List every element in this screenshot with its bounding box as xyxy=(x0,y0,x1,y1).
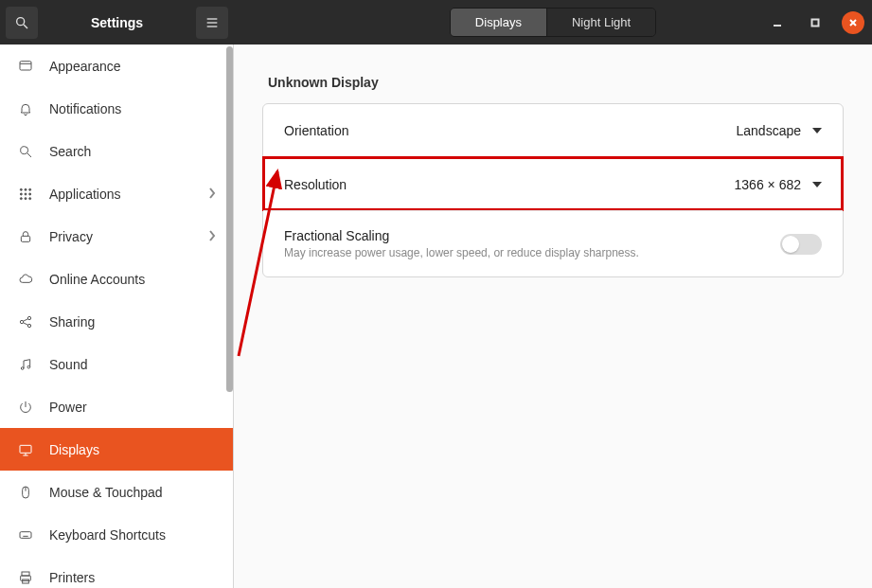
close-button[interactable] xyxy=(842,11,864,34)
resolution-value[interactable]: 1366 × 682 xyxy=(735,177,822,192)
header-bar: Settings Displays Night Light xyxy=(0,0,872,45)
minimize-button[interactable] xyxy=(766,11,789,34)
orientation-value[interactable]: Landscape xyxy=(736,123,822,138)
sidebar-scroll[interactable]: Appearance Notifications Search Applicat… xyxy=(0,45,233,588)
sidebar-item-displays[interactable]: Displays xyxy=(0,428,233,471)
scrollbar-thumb[interactable] xyxy=(226,46,233,392)
tab-displays[interactable]: Displays xyxy=(451,9,546,36)
sidebar-item-label: Power xyxy=(49,400,87,415)
svg-rect-40 xyxy=(22,572,29,576)
display-icon xyxy=(17,441,34,458)
svg-point-14 xyxy=(29,188,31,190)
sidebar-item-label: Applications xyxy=(49,187,121,202)
chevron-right-icon xyxy=(208,187,216,202)
svg-line-25 xyxy=(23,318,27,321)
lock-icon xyxy=(17,228,34,245)
sidebar: Appearance Notifications Search Applicat… xyxy=(0,45,234,588)
display-section-title: Unknown Display xyxy=(268,75,844,90)
fractional-sub: May increase power usage, lower speed, o… xyxy=(284,246,639,259)
sidebar-item-online-accounts[interactable]: Online Accounts xyxy=(0,258,233,300)
header-left: Settings xyxy=(0,0,234,45)
resolution-label: Resolution xyxy=(284,177,347,192)
sidebar-item-applications[interactable]: Applications xyxy=(0,172,233,215)
view-tabs: Displays Night Light xyxy=(450,8,656,37)
sidebar-item-sharing[interactable]: Sharing xyxy=(0,300,233,343)
bell-icon xyxy=(17,100,34,117)
power-icon xyxy=(17,399,34,416)
sidebar-item-label: Mouse & Touchpad xyxy=(49,485,163,500)
display-settings-panel: Orientation Landscape Resolution 1366 × … xyxy=(262,103,844,277)
svg-point-23 xyxy=(27,316,30,319)
sidebar-item-keyboard-shortcuts[interactable]: Keyboard Shortcuts xyxy=(0,513,233,556)
fractional-scaling-row: Fractional Scaling May increase power us… xyxy=(263,210,843,276)
svg-line-11 xyxy=(27,153,31,157)
sidebar-item-appearance[interactable]: Appearance xyxy=(0,45,233,87)
fractional-scaling-switch[interactable] xyxy=(780,234,822,255)
svg-line-1 xyxy=(24,25,27,28)
sidebar-item-label: Appearance xyxy=(49,59,121,74)
svg-marker-43 xyxy=(812,128,822,134)
orientation-row[interactable]: Orientation Landscape xyxy=(263,104,843,157)
body: Appearance Notifications Search Applicat… xyxy=(0,45,872,588)
apps-icon xyxy=(17,186,34,203)
search-icon xyxy=(17,143,34,160)
svg-point-20 xyxy=(29,197,31,199)
chevron-right-icon xyxy=(208,229,216,244)
svg-point-18 xyxy=(20,197,22,199)
printer-icon xyxy=(17,569,34,586)
svg-point-0 xyxy=(17,17,25,25)
tab-night-light[interactable]: Night Light xyxy=(546,9,655,36)
svg-rect-21 xyxy=(21,236,29,241)
search-button[interactable] xyxy=(6,7,38,39)
chevron-down-icon xyxy=(812,128,822,134)
keyboard-icon xyxy=(17,526,34,543)
sidebar-item-label: Keyboard Shortcuts xyxy=(49,527,166,543)
svg-point-27 xyxy=(21,366,24,369)
music-icon xyxy=(17,356,34,373)
sidebar-item-privacy[interactable]: Privacy xyxy=(0,215,233,258)
maximize-icon xyxy=(810,18,820,27)
svg-point-28 xyxy=(27,365,30,368)
header-right: Displays Night Light xyxy=(234,0,872,45)
maximize-button[interactable] xyxy=(804,11,827,34)
svg-rect-34 xyxy=(20,531,31,538)
sidebar-item-label: Printers xyxy=(49,570,95,585)
orientation-label: Orientation xyxy=(284,123,348,138)
sidebar-item-notifications[interactable]: Notifications xyxy=(0,87,233,130)
app-title: Settings xyxy=(44,15,190,30)
cloud-icon xyxy=(17,271,34,288)
sidebar-item-printers[interactable]: Printers xyxy=(0,556,233,588)
svg-rect-42 xyxy=(23,579,29,583)
svg-rect-6 xyxy=(812,19,819,26)
svg-point-16 xyxy=(25,193,27,195)
svg-point-15 xyxy=(20,193,22,195)
sidebar-item-sound[interactable]: Sound xyxy=(0,343,233,385)
svg-line-26 xyxy=(23,322,27,325)
svg-point-17 xyxy=(29,193,31,195)
window-controls xyxy=(766,11,864,34)
sidebar-item-power[interactable]: Power xyxy=(0,385,233,428)
sidebar-item-label: Sharing xyxy=(49,314,95,330)
sidebar-item-label: Search xyxy=(49,144,91,159)
minimize-icon xyxy=(773,18,782,27)
sidebar-item-label: Sound xyxy=(49,357,87,372)
appearance-icon xyxy=(17,58,34,75)
share-icon xyxy=(17,313,34,330)
resolution-row[interactable]: Resolution 1366 × 682 xyxy=(263,157,843,210)
svg-point-22 xyxy=(20,320,23,323)
fractional-label: Fractional Scaling xyxy=(284,228,639,243)
content-area: Unknown Display Orientation Landscape Re… xyxy=(234,45,872,588)
svg-point-19 xyxy=(25,197,27,199)
svg-point-12 xyxy=(20,188,22,190)
sidebar-item-label: Notifications xyxy=(49,101,121,116)
mouse-icon xyxy=(17,484,34,501)
search-icon xyxy=(14,15,29,30)
hamburger-menu-button[interactable] xyxy=(196,7,228,39)
svg-marker-44 xyxy=(812,182,822,187)
svg-point-10 xyxy=(21,146,28,153)
sidebar-item-search[interactable]: Search xyxy=(0,130,233,172)
svg-point-24 xyxy=(27,324,30,327)
sidebar-item-mouse-touchpad[interactable]: Mouse & Touchpad xyxy=(0,471,233,513)
sidebar-item-label: Online Accounts xyxy=(49,272,145,287)
svg-rect-29 xyxy=(20,445,31,453)
